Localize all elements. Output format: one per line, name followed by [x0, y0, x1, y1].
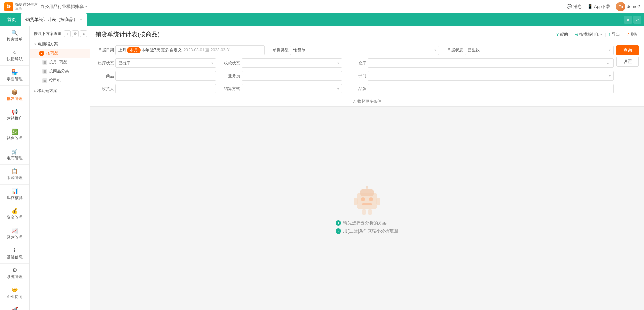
receiver-dots[interactable]: ··· [209, 86, 213, 91]
sidebar-item-sales[interactable]: 💹 销售管理 [0, 125, 29, 145]
svg-rect-4 [362, 203, 372, 205]
app-download-label: App下载 [594, 4, 610, 10]
workspace-selector[interactable]: 办公用品行业模拟账套 ▾ [40, 4, 564, 10]
svg-point-9 [366, 186, 368, 189]
workspace-dropdown-arrow[interactable]: ▾ [85, 5, 87, 8]
empty-tips: 1 请先选择要分析的方案 2 用[过滤]条件来缩小分析范围 [336, 220, 398, 234]
date-tab-7days[interactable]: 近7天 [150, 47, 160, 53]
mobile-group-label: 移动端方案 [37, 88, 57, 94]
receiver-field[interactable]: ··· [115, 84, 216, 93]
collapse-panel-btn[interactable]: « [80, 30, 87, 37]
settlement-arrow: ▾ [337, 87, 339, 91]
scheme-item-by-warehouse[interactable]: ▦ 按司机 [30, 76, 90, 85]
sidebar-item-ecommerce[interactable]: 🛒 电商管理 [0, 145, 29, 165]
date-tab-more[interactable]: 更多 [161, 47, 169, 53]
empty-tip-2: 2 用[过滤]条件来缩小分析范围 [336, 228, 398, 234]
page-header: 销货单统计计表(按商品) ? 帮助 | 🖨 按模板打印 ▾ | ↑ [90, 26, 644, 41]
date-tab-custom[interactable]: 自定义 [170, 47, 182, 53]
print-dropdown-arrow[interactable]: ▾ [600, 33, 602, 36]
tabbar-actions: × ⤢ [624, 16, 644, 24]
query-button[interactable]: 查询 [616, 45, 639, 55]
sidebar-item-quick-nav[interactable]: ☆ 快捷导航 [0, 46, 29, 66]
empty-state-icon [350, 183, 384, 216]
by-month-goods-label: 按月+商品 [49, 59, 67, 65]
sidebar-item-inventory[interactable]: 📊 库存核算 [0, 185, 29, 204]
scheme-panel-icons: + ⚙ « [64, 30, 87, 37]
sidebar-item-marketing[interactable]: 📢 营销推广 [0, 105, 29, 125]
sidebar-item-basicinfo[interactable]: ℹ 基础信息 [0, 244, 29, 264]
sidebar-item-ops[interactable]: 📈 经营管理 [0, 224, 29, 244]
app-download-btn[interactable]: 📱 App下载 [587, 4, 610, 10]
star-icon: ☆ [1, 49, 28, 56]
scheme-item-by-cat[interactable]: ▦ 按商品分类 [30, 67, 90, 76]
maximize-btn[interactable]: ⤢ [633, 16, 641, 24]
scheme-group-mobile-header[interactable]: ▶ 移动端方案 [30, 86, 90, 95]
stockout-filter-col: 出库状态 已出库 ▾ [95, 58, 216, 68]
date-field[interactable]: 上月 本月 本年 近7天 更多 自定义 2023-03-01 至 2023-03… [115, 45, 265, 55]
docstatus-value: 已生效 [468, 47, 480, 53]
date-tab-prev[interactable]: 上月 [118, 47, 126, 53]
close-all-tabs-btn[interactable]: × [624, 16, 632, 24]
desktop-group-label: 电脑端方案 [38, 41, 58, 47]
add-scheme-btn[interactable]: + [64, 30, 71, 37]
warehouse-field[interactable]: ··· [368, 58, 614, 68]
brand-field[interactable]: ··· [368, 84, 614, 93]
brand-dots[interactable]: ··· [607, 86, 611, 91]
sidebar-item-wholesale[interactable]: 📦 批发管理 [0, 86, 29, 105]
tab-home[interactable]: 首页 [3, 13, 21, 26]
goods-dots[interactable]: ··· [209, 73, 213, 79]
sidebar-item-newbie[interactable]: 🚀 新手引导 [0, 303, 29, 310]
message-label: 消息 [573, 4, 582, 10]
scheme-item-by-month-goods[interactable]: ▦ 按月+商品 [30, 58, 90, 67]
sidebar-item-retail[interactable]: 🏪 零售管理 [0, 66, 29, 86]
home-tab-label: 首页 [7, 17, 16, 23]
inventory-icon: 📊 [1, 188, 28, 194]
filter-row-4: 收货人 ··· 结算方式 ▾ [95, 84, 614, 93]
stockout-field[interactable]: 已出库 ▾ [115, 58, 216, 68]
marketing-icon: 📢 [1, 109, 28, 115]
salesman-dots[interactable]: ··· [335, 73, 339, 79]
scheme-group-desktop-header[interactable]: ▼ 电脑端方案 [30, 40, 90, 49]
date-tab-year[interactable]: 本年 [141, 47, 149, 53]
setting-button[interactable]: 设置 [616, 57, 639, 67]
collapse-more-conditions-btn[interactable]: ∧ 收起更多条件 [90, 97, 644, 107]
goods-field[interactable]: ··· [115, 71, 216, 81]
sidebar-item-search-menu[interactable]: 🔍 搜索菜单 [0, 26, 29, 46]
receipt-label: 收款状态 [221, 60, 240, 66]
dept-field[interactable]: ▾ [368, 71, 614, 81]
sales-stat-tab-label: 销货单统计计表（按商品） [25, 17, 78, 23]
warehouse-dots[interactable]: ··· [607, 60, 611, 66]
svg-point-3 [369, 197, 373, 201]
sidebar-item-corpcollab[interactable]: 🤝 企业协同 [0, 283, 29, 303]
doctype-field[interactable]: 销货单 ▾ [290, 46, 439, 55]
sidebar-item-finance[interactable]: 💰 资金管理 [0, 204, 29, 224]
docstatus-field[interactable]: 已生效 ▾ [465, 46, 614, 55]
export-label: 导出 [612, 32, 620, 37]
export-btn[interactable]: ↑ 导出 [609, 32, 620, 37]
config-scheme-btn[interactable]: ⚙ [72, 30, 79, 37]
doctype-arrow: ▾ [434, 48, 436, 52]
filter-section: 单据日期 上月 本月 本年 近7天 更多 自定义 2023-03-01 至 20… [90, 41, 644, 107]
tab-sales-stat[interactable]: 销货单统计计表（按商品） × [21, 13, 87, 26]
receipt-field[interactable]: ▾ [241, 58, 342, 68]
brand-label: 品牌 [347, 86, 366, 92]
user-profile-btn[interactable]: Ea demo2 [616, 2, 640, 11]
settlement-field[interactable]: ▾ [241, 84, 342, 93]
stockout-label: 出库状态 [95, 60, 114, 66]
scheme-item-by-goods[interactable]: ● 按商品 [30, 49, 90, 58]
workspace-name[interactable]: 办公用品行业模拟账套 [40, 4, 84, 10]
help-btn[interactable]: ? 帮助 [556, 32, 568, 37]
sidebar-item-purchase[interactable]: 📋 采购管理 [0, 165, 29, 185]
date-tab-current[interactable]: 本月 [127, 47, 141, 53]
refresh-btn[interactable]: ↺ 刷新 [626, 32, 639, 37]
print-btn[interactable]: 🖨 按模板打印 ▾ [574, 32, 602, 37]
topbar-right: 💬 消息 📱 App下载 Ea demo2 [567, 2, 640, 11]
message-btn[interactable]: 💬 消息 [567, 4, 582, 10]
scheme-group-desktop: ▼ 电脑端方案 ● 按商品 ▦ 按月+商品 ▦ 按商品分类 ▦ 按司机 [30, 40, 90, 85]
tab-close-icon[interactable]: × [80, 17, 82, 22]
finance-icon: 💰 [1, 208, 28, 214]
sidebar-item-sysmgmt[interactable]: ⚙ 系统管理 [0, 264, 29, 283]
tip-num-2: 2 [336, 228, 341, 234]
salesman-field[interactable]: ··· [241, 71, 342, 81]
svg-rect-7 [362, 209, 366, 215]
